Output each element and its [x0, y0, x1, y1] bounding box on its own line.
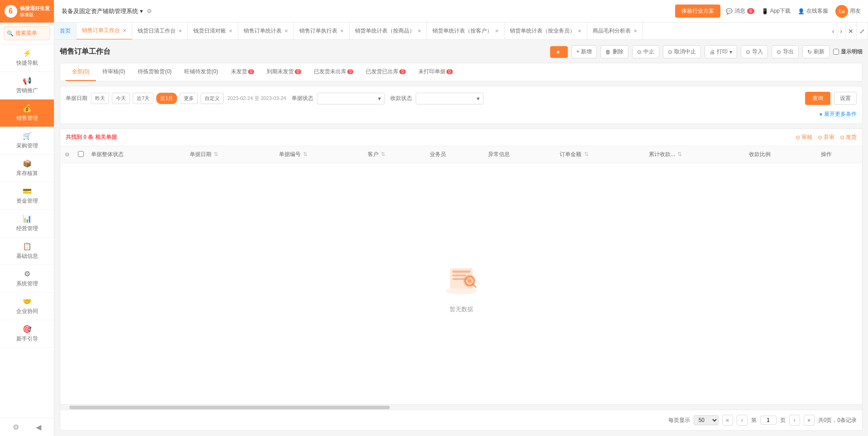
tab-gross-profit[interactable]: 商品毛利分析表 ✕	[587, 23, 643, 40]
tab-close-gross-profit[interactable]: ✕	[633, 28, 637, 33]
page-next-button[interactable]: ›	[789, 415, 800, 426]
shipped-out-badge: 0	[399, 69, 406, 74]
horizontal-scrollbar[interactable]	[60, 404, 862, 410]
page-first-button[interactable]: «	[722, 415, 733, 426]
tab-cash-daily[interactable]: 钱货日清工作台 ✕	[132, 23, 188, 40]
sidebar-bottom: ⚙ ◀	[0, 418, 54, 436]
status-select[interactable]: ▾	[317, 93, 385, 104]
tab-close-sales-summary-customer[interactable]: ✕	[495, 28, 499, 33]
sort-amount-icon[interactable]: ⇅	[584, 151, 589, 157]
sidebar-item-basic[interactable]: 📋 基础信息	[0, 237, 54, 265]
select-all-checkbox[interactable]	[78, 151, 84, 157]
sidebar-item-guide[interactable]: 🎯 新手引导	[0, 320, 54, 348]
page-number-input[interactable]	[760, 416, 777, 425]
sidebar-item-operation[interactable]: 📊 经营管理	[0, 210, 54, 237]
sidebar-item-cooperation[interactable]: 🤝 企业协同	[0, 293, 54, 320]
sidebar-item-purchase[interactable]: 🛒 采购管理	[0, 127, 54, 155]
date-btn-more[interactable]: 更多	[180, 93, 198, 104]
filter-tab-wangpu-pending[interactable]: 旺铺待发货(0)	[178, 63, 225, 81]
import-icon: ⊙	[746, 49, 750, 55]
set-button[interactable]: 设置	[834, 92, 857, 105]
delete-button[interactable]: 🗑 删除	[600, 45, 628, 58]
collapse-sidebar-icon[interactable]: ◀	[36, 423, 41, 431]
online-service-action[interactable]: 👤 在线客服	[798, 7, 828, 15]
import-button[interactable]: ⊙ 导入	[741, 45, 768, 58]
tab-home[interactable]: 首页	[54, 23, 77, 40]
tab-sales-workbench[interactable]: 销售订单工作台 ✕	[77, 23, 132, 40]
tab-sales-summary-staff[interactable]: 销货单统计表（按业务员） ✕	[504, 23, 587, 40]
print-button[interactable]: 🖨 打印 ▾	[705, 45, 737, 58]
ship-action[interactable]: ⊙ 发货	[840, 133, 857, 141]
cancel-review-action[interactable]: ⊙ 弃审	[818, 133, 834, 141]
tab-close-sales-workbench[interactable]: ✕	[123, 28, 126, 33]
tab-expand-button[interactable]: ⤢	[857, 23, 868, 40]
tab-prev-button[interactable]: ‹	[830, 23, 838, 40]
sidebar-item-finance[interactable]: 💳 资金管理	[0, 182, 54, 210]
show-detail-checkbox-label[interactable]: 显示明细	[833, 48, 863, 56]
sort-collected-icon[interactable]: ⇅	[677, 151, 682, 157]
page-last-button[interactable]: »	[804, 415, 815, 426]
tab-close-all-button[interactable]: ✕	[845, 23, 857, 40]
scroll-thumb[interactable]	[69, 406, 390, 409]
query-button[interactable]: 查询	[805, 92, 830, 105]
filter-tab-shipped-not-out[interactable]: 已发货未出库0	[307, 63, 360, 81]
tab-close-sales-exec[interactable]: ✕	[340, 28, 344, 33]
tab-close-sales-stats[interactable]: ✕	[284, 28, 288, 33]
tab-sales-exec[interactable]: 销售订单执行表 ✕	[294, 23, 350, 40]
sidebar-item-marketing[interactable]: 📢 营销推广	[0, 72, 54, 100]
filter-tab-not-printed[interactable]: 未打印单据0	[412, 63, 459, 81]
settings-gear-icon[interactable]: ⚙	[147, 8, 152, 14]
date-btn-7days[interactable]: 近7天	[133, 93, 153, 104]
sidebar-item-sales[interactable]: 💰 销售管理	[0, 100, 54, 127]
sort-date-icon[interactable]: ⇅	[214, 151, 218, 157]
filter-tab-pending-review[interactable]: 待审核(0)	[96, 63, 132, 81]
system-title-dropdown[interactable]: 装备及固定资产辅助管理系统 ▾	[62, 7, 143, 15]
tab-close-sales-summary-product[interactable]: ✕	[417, 28, 421, 33]
sidebar-item-inventory[interactable]: 📦 库存核算	[0, 155, 54, 182]
message-action[interactable]: 💬 消息 6	[726, 7, 754, 15]
page-prev-button[interactable]: ‹	[737, 415, 748, 426]
show-detail-checkbox[interactable]	[833, 49, 839, 55]
svg-rect-3	[452, 275, 466, 276]
filter-tab-not-shipped[interactable]: 未发货0	[225, 63, 261, 81]
date-btn-yesterday[interactable]: 昨天	[91, 93, 109, 104]
tab-close-cash-reconcile[interactable]: ✕	[229, 28, 232, 33]
date-btn-1month[interactable]: 近1月	[156, 93, 177, 104]
cancel-stop-button[interactable]: ⊙ 取消中止	[663, 45, 701, 58]
tab-close-sales-summary-staff[interactable]: ✕	[578, 28, 581, 33]
sort-number-icon[interactable]: ⇅	[303, 151, 307, 157]
stop-button[interactable]: ⊙ 中止	[632, 45, 659, 58]
sort-customer-icon[interactable]: ⇅	[381, 151, 385, 157]
date-btn-today[interactable]: 今天	[112, 93, 130, 104]
tab-sales-stats[interactable]: 销售订单统计表 ✕	[238, 23, 294, 40]
review-action[interactable]: ⊙ 审核	[796, 133, 812, 141]
col-staff: 业务员	[426, 146, 484, 163]
filter-tab-shipped-out[interactable]: 已发货已出库0	[360, 63, 412, 81]
date-btn-custom[interactable]: 自定义	[201, 93, 224, 104]
column-settings[interactable]: ⚙	[60, 146, 74, 163]
page-size-select[interactable]: 50 20 100	[694, 415, 719, 425]
settings-bottom-icon[interactable]: ⚙	[13, 423, 19, 431]
tab-sales-summary-product[interactable]: 销货单统计表（按商品） ✕	[350, 23, 427, 40]
tab-next-button[interactable]: ›	[837, 23, 845, 40]
sidebar-item-quick-nav[interactable]: ⚡ 快捷导航	[0, 44, 54, 72]
expand-conditions-button[interactable]: ▾ 展开更多条件	[820, 110, 857, 118]
filter-tab-pending-inspect[interactable]: 待拣货验货(0)	[131, 63, 178, 81]
user-profile-action[interactable]: Ea 用友	[835, 5, 861, 18]
solution-button[interactable]: 体验行业方案	[675, 5, 720, 18]
app-download-action[interactable]: 📱 App下载	[762, 7, 791, 15]
tab-cash-reconcile[interactable]: 钱货日清对账 ✕	[188, 23, 238, 40]
select-all-header[interactable]	[74, 146, 87, 163]
add-button[interactable]: + 新增	[571, 45, 597, 58]
search-menu-button[interactable]: 🔍 搜索菜单	[4, 26, 50, 40]
payment-select[interactable]: ▾	[416, 93, 484, 104]
smart-create-button[interactable]: ★	[550, 46, 568, 58]
filter-tab-all[interactable]: 全部(0)	[66, 63, 96, 81]
tab-close-cash-daily[interactable]: ✕	[178, 28, 182, 33]
sidebar: 6 畅捷通好生意 标准版 🔍 搜索菜单 ⚡ 快捷导航 📢 营销推广 💰 销售管理…	[0, 0, 54, 436]
filter-tab-overdue-not-shipped[interactable]: 到期未发货0	[260, 63, 307, 81]
refresh-button[interactable]: ↻ 刷新	[802, 45, 830, 58]
export-button[interactable]: ⊙ 导出	[772, 45, 799, 58]
sidebar-item-system[interactable]: ⚙ 系统管理	[0, 265, 54, 293]
tab-sales-summary-customer[interactable]: 销货单统计表（按客户） ✕	[427, 23, 504, 40]
